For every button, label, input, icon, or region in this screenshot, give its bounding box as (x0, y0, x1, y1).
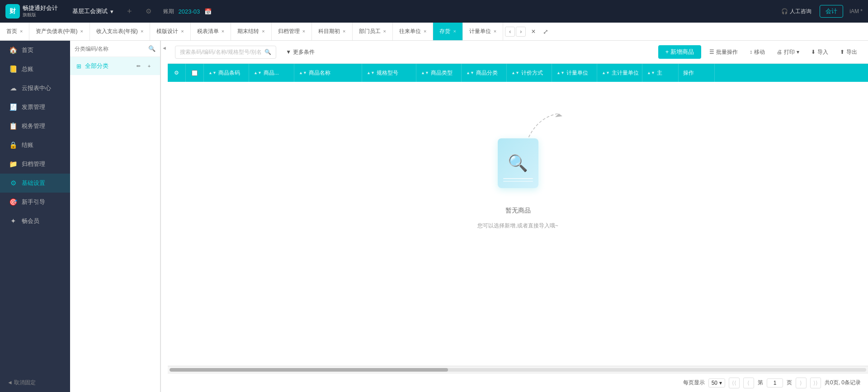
tab-partner-label: 往来单位 (399, 28, 421, 35)
calendar-icon[interactable]: 📅 (204, 8, 212, 15)
sort-unit-icon: ▲▼ (557, 71, 565, 75)
tab-dept-label: 部门员工 (359, 28, 381, 35)
last-page-button[interactable]: ⟩⟩ (810, 378, 821, 388)
sort-name-icon: ▲▼ (299, 71, 307, 75)
tab-period-close[interactable]: 期末结转 × (231, 23, 271, 40)
tab-partner-close[interactable]: × (424, 29, 426, 34)
header-actions: 🎧 人工咨询 会计 iAM * (778, 5, 863, 18)
tab-subject[interactable]: 科目期初 × (312, 23, 352, 40)
app-logo-icon: 财 (5, 4, 20, 19)
tab-partner[interactable]: 往来单位 × (393, 23, 433, 40)
tab-unit[interactable]: 计量单位 × (463, 23, 503, 40)
tab-dept[interactable]: 部门员工 × (353, 23, 393, 40)
category-search-icon[interactable]: 🔍 (148, 45, 156, 52)
sidebar-item-reports[interactable]: ☁ 云报表中心 (0, 79, 70, 98)
new-product-button[interactable]: + 新增商品 (658, 45, 701, 59)
batch-ops-button[interactable]: ☰ 批量操作 (706, 46, 741, 58)
move-button[interactable]: ↕ 移动 (746, 46, 769, 58)
tab-subject-close[interactable]: × (343, 29, 345, 34)
th-checkbox[interactable] (186, 64, 204, 82)
service-button[interactable]: 🎧 人工咨询 (778, 6, 815, 17)
add-tab-button[interactable]: + (122, 7, 137, 16)
select-all-checkbox[interactable] (192, 70, 198, 76)
tab-archive[interactable]: 归档管理 × (272, 23, 312, 40)
move-icon: ↕ (750, 49, 752, 55)
th-code: ▲▼ 商品... (249, 64, 294, 82)
tab-tax[interactable]: 税表清单 × (191, 23, 231, 40)
app-name: 畅捷通好会计 (23, 5, 58, 12)
sidebar-item-tax[interactable]: 📋 税务管理 (0, 117, 70, 136)
sidebar-item-settings[interactable]: ⚙ 基础设置 (0, 174, 70, 193)
table-container: ⚙ ▲▼ 商品条码 ▲▼ 商品... (168, 64, 868, 366)
tab-tax-close[interactable]: × (222, 29, 224, 34)
company-selector[interactable]: 基层工会测试 ▾ (69, 5, 117, 17)
th-main-unit-label: 主计量单位 (612, 69, 639, 77)
sidebar-item-member[interactable]: ✦ 畅会员 (0, 212, 70, 231)
tab-archive-close[interactable]: × (302, 29, 305, 34)
tab-income[interactable]: 收入支出表(年报) × (90, 23, 150, 40)
tab-prev-button[interactable]: ‹ (505, 27, 515, 37)
th-barcode: ▲▼ 商品条码 (204, 64, 249, 82)
export-button[interactable]: ⬆ 导出 (836, 46, 861, 58)
first-page-button[interactable]: ⟨⟨ (729, 378, 740, 388)
tab-template-close[interactable]: × (181, 29, 184, 34)
guide-icon: 🎯 (9, 198, 17, 206)
tab-unit-close[interactable]: × (494, 29, 496, 34)
tab-template[interactable]: 模版设计 × (150, 23, 190, 40)
sidebar-unpin-button[interactable]: ◄ 取消固定 (0, 373, 70, 392)
filter-button[interactable]: ▼ 更多条件 (281, 46, 320, 59)
table-header: ⚙ ▲▼ 商品条码 ▲▼ 商品... (168, 64, 868, 82)
tab-next-button[interactable]: › (516, 27, 526, 37)
th-settings[interactable]: ⚙ (168, 64, 186, 82)
sidebar-item-ledger[interactable]: 📒 总账 (0, 60, 70, 79)
sidebar-item-close[interactable]: 🔒 结账 (0, 136, 70, 155)
column-settings-icon[interactable]: ⚙ (174, 70, 179, 76)
tab-balance-sheet[interactable]: 资产负债表(中期) × (29, 23, 90, 40)
product-search-bar[interactable]: 搜索条码/编码/名称/规格型号/别名 🔍 (175, 46, 276, 59)
sidebar-item-guide[interactable]: 🎯 新手引导 (0, 193, 70, 212)
tab-income-label: 收入支出表(年报) (96, 28, 138, 35)
prev-page-button[interactable]: ⟨ (743, 378, 754, 388)
tab-period-close-x[interactable]: × (262, 29, 264, 34)
category-search-bar: 🔍 (70, 41, 160, 57)
tab-settings-button[interactable]: ⚙ (142, 7, 155, 15)
category-item-all[interactable]: ⊞ 全部分类 ✏ + (70, 57, 160, 75)
logo-text-block: 畅捷通好会计 旗舰版 (23, 5, 58, 18)
next-page-button[interactable]: ⟩ (796, 378, 807, 388)
print-button[interactable]: 🖨 打印 ▾ (773, 46, 803, 58)
per-page-select[interactable]: 50 ▾ (708, 378, 725, 387)
import-button[interactable]: ⬇ 导入 (807, 46, 832, 58)
headset-icon: 🎧 (781, 8, 788, 14)
scrollbar-thumb[interactable] (170, 368, 448, 372)
tab-inventory-close[interactable]: × (453, 29, 456, 34)
tab-archive-label: 归档管理 (278, 28, 300, 35)
page-number-input[interactable] (767, 378, 783, 387)
collapse-icon: ◄ (162, 45, 167, 51)
category-search-input[interactable] (75, 46, 146, 52)
import-icon: ⬇ (811, 49, 816, 55)
tab-close-all-button[interactable]: × (528, 23, 539, 40)
tab-home-close[interactable]: × (20, 29, 23, 34)
panel-collapse-button[interactable]: ◄ (160, 41, 168, 392)
tab-expand-button[interactable]: ⤢ (539, 23, 552, 40)
account-button[interactable]: 会计 (820, 5, 843, 18)
sidebar-item-invoice[interactable]: 🧾 发票管理 (0, 98, 70, 117)
sidebar-item-archive[interactable]: 📁 归档管理 (0, 155, 70, 174)
empty-state: 🔍 暂无商品 您可以选择新增,或者直接导入哦~ (168, 82, 868, 257)
category-edit-button[interactable]: ✏ (134, 61, 143, 71)
sidebar-item-home[interactable]: 🏠 首页 (0, 41, 70, 60)
tab-income-close[interactable]: × (141, 29, 143, 34)
tab-dept-close[interactable]: × (383, 29, 386, 34)
cloud-icon: ☁ (9, 84, 17, 92)
toolbar-search-icon[interactable]: 🔍 (264, 49, 271, 55)
tab-balance-label: 资产负债表(中期) (36, 28, 77, 35)
th-type: ▲▼ 商品类型 (416, 64, 462, 82)
empty-doc-icon: 🔍 (498, 138, 538, 188)
all-category-label: 全部分类 (85, 62, 108, 70)
tab-inventory[interactable]: 存货 × (433, 23, 462, 40)
tab-home[interactable]: 首页 × (0, 23, 29, 40)
sort-barcode-icon: ▲▼ (208, 71, 217, 75)
category-add-button[interactable]: + (145, 61, 154, 71)
tab-balance-close[interactable]: × (80, 29, 83, 34)
horizontal-scrollbar[interactable] (168, 366, 868, 373)
